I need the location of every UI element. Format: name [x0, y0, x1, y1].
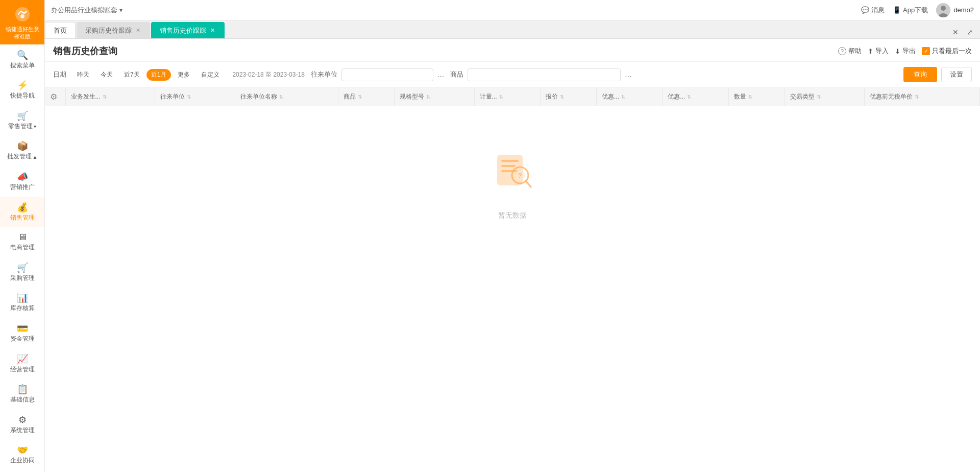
- sidebar-item-marketing[interactable]: 📣 营销推广: [0, 166, 44, 197]
- sidebar-item-sales-mgmt[interactable]: 💰 销售管理: [0, 197, 44, 227]
- sidebar-item-retail-mgmt[interactable]: 🛒 零售管理 ▾: [0, 105, 44, 136]
- collab-icon: 🤝: [17, 444, 28, 456]
- col-spec-label: 规格型号: [400, 92, 424, 101]
- message-action[interactable]: 💬 消息: [861, 6, 885, 15]
- breadcrumb-dropdown-icon[interactable]: ▾: [119, 7, 122, 14]
- tab-purchase-history[interactable]: 采购历史价跟踪 ✕: [77, 22, 150, 38]
- tab-purchase-label: 采购历史价跟踪: [85, 26, 132, 35]
- sort-icon: ⇅: [687, 94, 691, 100]
- col-product[interactable]: 商品 ⇅: [338, 88, 395, 106]
- product-input[interactable]: [468, 68, 621, 81]
- app-logo[interactable]: 畅捷通好生意 标准版: [0, 0, 44, 44]
- sidebar-item-label: 营销推广: [10, 183, 35, 192]
- help-action[interactable]: ? 帮助: [838, 46, 862, 56]
- page-title: 销售历史价查询: [53, 45, 117, 57]
- sidebar-item-quick-nav[interactable]: ⚡ 快捷导航: [0, 75, 44, 105]
- finance-icon: 💳: [17, 323, 28, 334]
- sidebar-item-enterprise-collab[interactable]: 🤝 企业协同: [0, 439, 44, 470]
- maximize-window-button[interactable]: ⤢: [964, 26, 976, 38]
- product-label: 商品: [450, 70, 463, 79]
- basic-info-icon: 📋: [17, 384, 28, 395]
- col-business-date[interactable]: 业务发生... ⇅: [65, 88, 155, 106]
- export-action[interactable]: ⬇ 导出: [895, 46, 916, 56]
- sidebar-item-ecommerce[interactable]: 🖥 电商管理: [0, 227, 44, 257]
- query-button[interactable]: 查询: [903, 67, 937, 82]
- col-counterpart[interactable]: 往来单位 ⇅: [155, 88, 235, 106]
- col-price-label: 报价: [546, 92, 558, 101]
- purchase-icon: 🛒: [17, 262, 28, 273]
- col-product-label: 商品: [344, 92, 356, 101]
- wholesale-icon: 📦: [17, 140, 28, 152]
- close-window-button[interactable]: ✕: [949, 26, 962, 38]
- col-discount1[interactable]: 优惠... ⇅: [596, 88, 662, 106]
- col-quantity[interactable]: 数量 ⇅: [728, 88, 785, 106]
- quick-nav-icon: ⚡: [17, 80, 28, 91]
- user-menu[interactable]: demo2: [936, 3, 974, 17]
- date-btn-last1month[interactable]: 近1月: [146, 69, 172, 81]
- col-discount2[interactable]: 优惠... ⇅: [663, 88, 728, 106]
- date-btn-custom[interactable]: 自定义: [197, 69, 224, 81]
- app-download-action[interactable]: 📱 App下载: [893, 6, 928, 15]
- sidebar-item-inventory[interactable]: 📊 库存核算: [0, 287, 44, 318]
- sidebar-item-search-menu[interactable]: 🔍 搜索菜单: [0, 44, 44, 75]
- tab-home[interactable]: 首页: [45, 22, 76, 38]
- sidebar-item-wholesale-mgmt[interactable]: 📦 批发管理 ▲: [0, 135, 44, 166]
- sidebar-item-finance[interactable]: 💳 资金管理: [0, 318, 44, 348]
- col-unit-label: 计量...: [480, 92, 497, 101]
- svg-line-11: [526, 181, 531, 187]
- sales-icon: 💰: [17, 202, 28, 213]
- sidebar: 畅捷通好生意 标准版 🔍 搜索菜单 ⚡ 快捷导航 🛒 零售管理 ▾ 📦 批发管理…: [0, 0, 45, 472]
- product-filter: 商品 ...: [450, 68, 631, 81]
- col-counterpart-name[interactable]: 往来单位名称 ⇅: [235, 88, 338, 106]
- tab-sales-close-icon[interactable]: ✕: [209, 26, 216, 35]
- sidebar-item-label: 快捷导航: [10, 92, 35, 100]
- tab-controls: ✕ ⤢: [945, 26, 980, 38]
- date-btn-yesterday[interactable]: 昨天: [72, 69, 94, 81]
- col-unit[interactable]: 计量... ⇅: [474, 88, 540, 106]
- col-discount2-label: 优惠...: [668, 92, 685, 101]
- sort-icon: ⇅: [103, 94, 107, 100]
- svg-text:?: ?: [518, 172, 522, 179]
- counterpart-label: 往来单位: [311, 70, 337, 79]
- sidebar-item-label: 资金管理: [10, 335, 35, 343]
- message-icon: 💬: [861, 6, 869, 14]
- sort-icon: ⇅: [187, 94, 191, 100]
- marketing-icon: 📣: [17, 171, 28, 182]
- table-settings-icon[interactable]: ⚙: [50, 92, 57, 101]
- col-price[interactable]: 报价 ⇅: [540, 88, 596, 106]
- col-spec[interactable]: 规格型号 ⇅: [395, 88, 474, 106]
- col-settings[interactable]: ⚙: [45, 88, 65, 106]
- import-action[interactable]: ⬆ 导入: [868, 46, 889, 56]
- col-pretax-price[interactable]: 优惠前无税单价 ⇅: [865, 88, 980, 106]
- sidebar-item-label: 采购管理: [10, 274, 35, 282]
- sidebar-item-basic-info[interactable]: 📋 基础信息: [0, 379, 44, 409]
- counterpart-input[interactable]: [341, 68, 433, 81]
- col-trade-type[interactable]: 交易类型 ⇅: [785, 88, 864, 106]
- sidebar-item-new-guide[interactable]: 🎯 新手引导: [0, 470, 44, 472]
- tab-purchase-close-icon[interactable]: ✕: [135, 26, 141, 35]
- sort-icon: ⇅: [915, 94, 919, 100]
- date-btn-last7days[interactable]: 近7天: [119, 69, 144, 81]
- date-btn-more[interactable]: 更多: [173, 69, 194, 81]
- sort-icon: ⇅: [748, 94, 752, 100]
- chevron-down-icon: ▲: [33, 154, 38, 160]
- col-pretax-price-label: 优惠前无税单价: [870, 92, 913, 101]
- filter-area: 日期 昨天 今天 近7天 近1月 更多 自定义 2023-02-18 至 202…: [45, 62, 980, 88]
- sort-icon: ⇅: [621, 94, 625, 100]
- empty-text: 暂无数据: [498, 211, 527, 220]
- product-more-icon[interactable]: ...: [625, 70, 631, 79]
- app-download-label: App下载: [903, 6, 928, 15]
- sidebar-item-label: 搜索菜单: [10, 62, 35, 70]
- main-content: 办公用品行业模拟账套 ▾ 💬 消息 📱 App下载 de: [45, 0, 980, 472]
- counterpart-more-icon[interactable]: ...: [437, 70, 444, 79]
- svg-point-3: [941, 6, 946, 11]
- search-menu-icon: 🔍: [17, 50, 28, 61]
- sidebar-item-operations[interactable]: 📈 经营管理: [0, 348, 44, 379]
- sidebar-item-purchase-mgmt[interactable]: 🛒 采购管理: [0, 257, 44, 288]
- sidebar-item-label: 零售管理: [8, 123, 33, 131]
- date-btn-today[interactable]: 今天: [96, 69, 117, 81]
- settings-button[interactable]: 设置: [941, 67, 972, 82]
- only-last-checkbox[interactable]: ✓ 只看最后一次: [922, 46, 972, 56]
- tab-sales-history[interactable]: 销售历史价跟踪 ✕: [151, 22, 225, 38]
- sidebar-item-system-mgmt[interactable]: ⚙ 系统管理: [0, 409, 44, 440]
